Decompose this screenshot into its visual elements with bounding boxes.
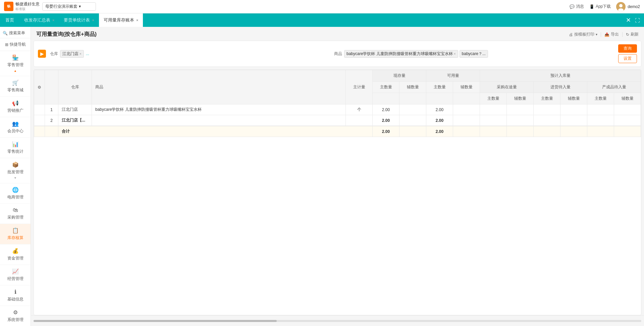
td-prod-aux-2 (614, 115, 641, 126)
warehouse-filter-label: 仓库 (50, 51, 58, 57)
message-icon: 💬 (570, 4, 575, 9)
close-tab-receive-icon[interactable] (52, 18, 54, 22)
filter-warehouse-group: 仓库 江北门店 × ... (50, 50, 330, 58)
td-footer-available-aux (453, 126, 480, 137)
close-tab-order-icon[interactable] (92, 18, 94, 22)
refresh-icon: ↻ (626, 32, 629, 37)
td-prod-main-1 (587, 104, 614, 115)
page-title: 可用量查询(按仓库+商品) (36, 31, 97, 38)
td-footer-inb-aux (560, 126, 587, 137)
th-existing-main: 主数量 (373, 82, 399, 93)
sidebar-item-purchase[interactable]: 🛍 采购管理 (0, 204, 31, 224)
page-actions: 🖨 按模板打印 ▾ 📤 导出 ↻ 刷新 (569, 32, 639, 37)
sidebar-item-inventory[interactable]: 📋 库存核算 (0, 224, 31, 244)
export-btn[interactable]: 📤 导出 (604, 32, 619, 37)
th-available-main: 主数量 (426, 82, 453, 93)
member-center-icon: 👥 (12, 121, 19, 127)
product-tag-1[interactable]: babycare学饮杯 儿童防摔防撞吸管杯重力球吸嘴杯宝宝水杯 × (344, 50, 458, 58)
org-name: 母婴行业演示账套 (45, 4, 77, 9)
print-icon: 🖨 (569, 32, 573, 37)
scroll-thumb[interactable] (34, 320, 277, 322)
th-inb-main: 主数量 (534, 93, 560, 104)
user-avatar-btn[interactable]: demo2 (616, 2, 640, 11)
sidebar-item-retail-mgmt[interactable]: 🏪 零售管理 ▲ (0, 51, 31, 76)
username-label: demo2 (628, 4, 640, 9)
scroll-track[interactable] (34, 320, 641, 322)
filter-toggle-btn[interactable]: ▶ (38, 50, 46, 58)
marketing-icon: 📢 (12, 100, 19, 106)
th-av-aux-qty (453, 93, 480, 104)
close-window-icon[interactable]: ✕ (625, 15, 632, 25)
td-footer-no (45, 126, 58, 137)
footer-row: 合计 2.00 2.00 (34, 126, 641, 137)
page-header: 可用量查询(按仓库+商品) 🖨 按模板打印 ▾ 📤 导出 ↻ 刷新 (31, 27, 644, 41)
th-prod-main: 主数量 (587, 93, 614, 104)
th-prod-aux: 辅数量 (614, 93, 641, 104)
template-print-btn[interactable]: 🖨 按模板打印 ▾ (569, 32, 597, 37)
sidebar-item-member-center[interactable]: 👥 会员中心 (0, 117, 31, 138)
warehouse-tag-close-icon[interactable]: × (79, 52, 82, 56)
sidebar-item-finance[interactable]: 💰 资金管理 (0, 244, 31, 265)
table-row: 1 江北门店 babycare学饮杯 儿童防摔防撞吸管杯重力球吸嘴杯宝宝水杯 个… (34, 104, 641, 115)
td-inb-aux-2 (560, 115, 587, 126)
fullscreen-icon[interactable]: ⛶ (634, 16, 641, 25)
sidebar-search[interactable]: 🔍 搜索菜单 (0, 27, 31, 38)
product-tag1-close-icon[interactable]: × (454, 52, 456, 56)
column-settings-icon: ⚙ (38, 85, 41, 90)
warehouse-more-btn[interactable]: ... (86, 51, 89, 56)
main-layout: 🔍 搜索菜单 ⊞ 快捷导航 🏪 零售管理 ▲ 🛒 零售商城 📢 营销推广 👥 会… (0, 27, 644, 326)
chevron-print-icon: ▾ (596, 33, 597, 36)
sidebar-item-system-mgmt[interactable]: ⚙ 系统管理 (0, 306, 31, 326)
sidebar-item-ecommerce[interactable]: 🌐 电商管理 (0, 183, 31, 204)
th-settings[interactable]: ⚙ (34, 70, 45, 104)
refresh-btn[interactable]: ↻ 刷新 (626, 32, 639, 37)
th-forecast-inbound: 预计入库量 (480, 70, 641, 82)
warehouse-tag[interactable]: 江北门店 × (60, 50, 84, 58)
chevron-down-icon (79, 4, 81, 9)
org-selector[interactable]: 母婴行业演示账套 (42, 2, 96, 11)
app-icon: 📱 (589, 4, 594, 9)
query-button[interactable]: 查询 (618, 44, 637, 53)
th-pur-main: 主数量 (480, 93, 507, 104)
finance-icon: 💰 (12, 248, 19, 254)
sidebar-nav[interactable]: ⊞ 快捷导航 (0, 38, 31, 51)
th-products-pending: 产成品待入量 (587, 82, 641, 93)
td-footer-prod-aux (614, 126, 641, 137)
td-prod-aux-1 (614, 104, 641, 115)
sidebar-item-ops[interactable]: 📈 经营管理 (0, 265, 31, 285)
message-btn[interactable]: 💬 消息 (570, 4, 584, 9)
sidebar-item-wholesale-mgmt[interactable]: 📦 批发管理 ▼ (0, 158, 31, 183)
th-no (45, 70, 58, 104)
content-area: 可用量查询(按仓库+商品) 🖨 按模板打印 ▾ 📤 导出 ↻ 刷新 (31, 27, 644, 326)
td-pur-main-1 (480, 104, 507, 115)
th-ex-aux-qty (399, 93, 426, 104)
sidebar-item-retail-stats[interactable]: 📊 零售统计 (0, 138, 31, 158)
th-existing-stock: 现存量 (373, 70, 426, 82)
td-available-main-1: 2.00 (426, 104, 453, 115)
settings-button[interactable]: 设置 (618, 54, 637, 63)
td-warehouse-1: 江北门店 (58, 104, 92, 115)
app-download-btn[interactable]: 📱 App下载 (589, 4, 611, 9)
close-tab-inventory-icon[interactable] (136, 18, 138, 22)
search-icon: 🔍 (3, 31, 8, 36)
svg-point-1 (619, 4, 623, 7)
tab-receive-summary[interactable]: 收发存汇总表 (19, 13, 59, 27)
td-existing-main-2: 2.00 (373, 115, 399, 126)
sidebar-item-basic-info[interactable]: ℹ 基础信息 (0, 285, 31, 306)
retail-mgmt-icon: 🏪 (12, 54, 19, 61)
th-pur-aux: 辅数量 (507, 93, 534, 104)
td-inb-main-1 (534, 104, 560, 115)
tab-home[interactable]: 首页 (0, 13, 19, 27)
th-existing-aux: 辅数量 (399, 82, 426, 93)
tab-bar-right: ✕ ⛶ (625, 15, 644, 25)
th-av-main-qty (426, 93, 453, 104)
filter-product-group: 商品 babycare学饮杯 儿童防摔防撞吸管杯重力球吸嘴杯宝宝水杯 × bab… (334, 50, 614, 58)
tab-available-inventory[interactable]: 可用量库存账本 (99, 13, 143, 27)
sidebar-item-marketing[interactable]: 📢 营销推广 (0, 97, 31, 117)
sidebar-item-retail-shop[interactable]: 🛒 零售商城 (0, 76, 31, 97)
wholesale-icon: 📦 (12, 161, 19, 168)
tab-order-stats[interactable]: 要货单统计表 (59, 13, 99, 27)
product-tag-2[interactable]: babycare？... (460, 50, 488, 58)
td-prod-main-2 (587, 115, 614, 126)
logo-icon: 畅 (4, 2, 13, 11)
